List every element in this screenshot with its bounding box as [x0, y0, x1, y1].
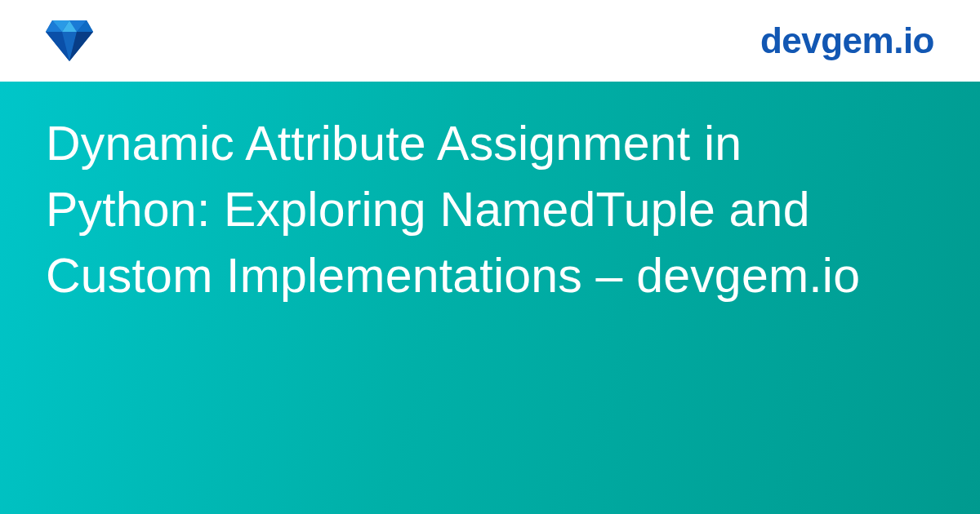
header-bar: devgem.io [0, 0, 980, 82]
brand-text: devgem.io [760, 20, 934, 61]
gem-icon [46, 20, 93, 61]
hero-section: Dynamic Attribute Assignment in Python: … [0, 82, 980, 514]
page-title: Dynamic Attribute Assignment in Python: … [46, 111, 895, 308]
